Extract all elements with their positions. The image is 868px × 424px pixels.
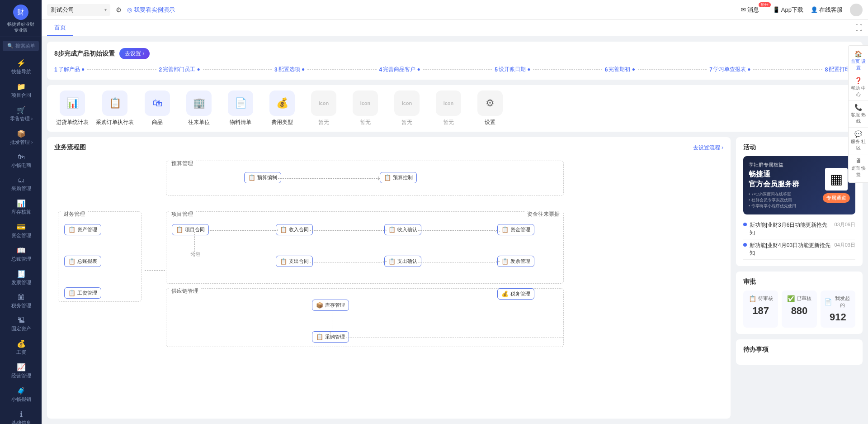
quick-icon-1[interactable]: 📋采购订单执行表 [96,91,134,126]
company-selector[interactable]: 测试公司 ▾ [47,4,110,16]
sidebar-item-14[interactable]: 🧳小畅报销 [7,383,35,406]
inc-cap-line [418,230,497,231]
right-panel: 活动 享社群专属权益 畅捷通官方会员服务群 • 7×15h深度问在线答疑• 社群… [736,137,863,419]
activity-btn[interactable]: 专属通道 [823,193,850,203]
activity-text-1: 新功能|业财4月03日功能更新抢先知 [750,242,832,257]
flowchart-link[interactable]: 去设置流程 › [693,144,723,152]
right-nav-item-2[interactable]: 📞客服 热线 [849,101,868,128]
setup-step-2[interactable]: 3配置选项 ● [274,66,305,73]
fc-node-invoice[interactable]: 📋 发票管理 [497,256,534,267]
fc-node-asset[interactable]: 📋 资产管理 [64,224,101,235]
sidebar-item-1[interactable]: 📁项目合同 [7,79,35,102]
fc-node-income-confirm[interactable]: 📋 收入确认 [384,224,421,235]
approval-stat-2[interactable]: 📄我发起的912 [821,291,855,328]
quick-icon-box-2: 🛍 [145,91,170,116]
quick-icon-box-7: Icon [353,91,378,116]
quick-icon-7[interactable]: Icon暂无 [347,91,383,126]
fc-node-tax[interactable]: 💰 税务管理 [497,288,534,300]
fc-node-project-contract[interactable]: 📋 项目合同 [172,224,209,235]
nav-icon-4: 🛍 [18,153,25,161]
setup-step-1[interactable]: 2完善部门员工 ● [159,66,200,73]
quick-icon-4[interactable]: 📄物料清单 [222,91,259,126]
quick-icon-9[interactable]: Icon暂无 [430,91,467,126]
sidebar-item-2[interactable]: 🛒零售管理 › [7,102,35,126]
quick-icon-10[interactable]: ⚙设置 [472,91,508,126]
approval-stat-icon-2: 📄 [824,298,832,305]
sidebar-item-6[interactable]: 📊库存核算 [7,195,35,219]
right-nav-item-0[interactable]: 🏠首页 设置 [849,48,868,74]
message-button[interactable]: ✉ 消息 99+ [741,6,765,14]
gear-icon[interactable]: ⚙ [114,4,123,16]
approval-stat-0[interactable]: 📋待审核187 [743,291,778,328]
fc-node-inventory[interactable]: 📦 库存管理 [312,300,349,311]
sidebar-item-13[interactable]: 📈经营管理 [7,359,35,383]
capital-icon: 📋 [501,226,509,233]
fc-node-capital[interactable]: 📋 资金管理 [497,224,534,235]
sidebar-search-container[interactable]: 🔍 搜索菜单 [0,37,42,55]
company-name: 测试公司 [51,6,103,14]
expand-icon[interactable]: ⛶ [855,24,863,32]
setup-step-6[interactable]: 7学习单查报表 ● [709,66,750,73]
quick-icon-label-1: 采购订单执行表 [96,119,134,126]
tabbar: 首页 ⛶ [42,20,868,36]
sidebar-item-15[interactable]: ℹ基础信息 [7,406,35,424]
nav-icon-5: 🗂 [18,176,25,184]
sidebar-item-11[interactable]: 🏗固定资产 [7,313,35,336]
approval-stat-1[interactable]: ✅已审核880 [782,291,816,328]
arr2: → [382,226,388,233]
approval-stats: 📋待审核187✅已审核880📄我发起的912 [743,291,855,328]
subcontract-label: 分包 [188,250,203,258]
app-download-button[interactable]: 📱 App下载 [773,6,803,14]
setup-step-3[interactable]: 4完善商品客户 ● [379,66,420,73]
online-service-button[interactable]: 👤 在线客服 [811,6,843,14]
sidebar-item-9[interactable]: 🧾发票管理 [7,266,35,290]
sidebar-item-4[interactable]: 🛍小畅电商 [7,149,35,172]
setup-step-5[interactable]: 6完善期初 ● [605,66,635,73]
fc-node-budget-control[interactable]: 📋 预算控制 [380,172,417,183]
quick-icon-2[interactable]: 🛍商品 [139,91,175,126]
quick-icon-6[interactable]: Icon暂无 [306,91,342,126]
sidebar-item-3[interactable]: 📦批发管理 › [7,126,35,149]
sidebar-item-8[interactable]: 📖总账管理 [7,243,35,266]
message-label: 消息 [747,6,759,14]
fc-group-project [166,211,564,284]
activity-item-1[interactable]: 新功能|业财4月03日功能更新抢先知04月03日 [743,239,855,260]
quick-icons-grid: 📊进货单统计表📋采购订单执行表🛍商品🏢往来单位📄物料清单💰费用类型Icon暂无I… [54,91,855,126]
fc-node-expense-contract[interactable]: 📋 支出合同 [276,256,313,267]
right-nav-item-4[interactable]: 🖥桌面 快捷 [849,154,868,181]
nav-icon-7: 💳 [17,223,26,231]
setup-step-0[interactable]: 1了解产品 ● [54,66,85,73]
activity-banner: 享社群专属权益 畅捷通官方会员服务群 • 7×15h深度问在线答疑• 社群会员专… [743,156,855,214]
finance-flow-line [145,270,165,271]
quick-icon-8[interactable]: Icon暂无 [389,91,425,126]
sidebar-item-7[interactable]: 💳资金管理 [7,219,35,243]
quick-icon-5[interactable]: 💰费用类型 [264,91,300,126]
sidebar-item-12[interactable]: 💰工资 [7,336,35,359]
setup-button[interactable]: 去设置 › [119,48,150,59]
activity-item-0[interactable]: 新功能|业财3月6日功能更新抢先知03月06日 [743,219,855,239]
fc-node-ledger[interactable]: 📋 总账报表 [64,256,101,267]
fc-node-salary[interactable]: 📋 工资管理 [64,287,101,299]
right-nav-item-3[interactable]: 💬服务 社区 [849,128,868,154]
quick-icon-3[interactable]: 🏢往来单位 [181,91,217,126]
nav-icon-3: 📦 [17,129,26,138]
main-container: 测试公司 ▾ ⚙ ◎ 我要看实例演示 ✉ 消息 99+ 📱 App下载 👤 在线… [42,0,868,424]
fc-node-income-contract[interactable]: 📋 收入合同 [276,224,313,235]
search-button[interactable]: 🔍 搜索菜单 [3,41,39,51]
sidebar-item-10[interactable]: 🏛税务管理 [7,290,35,313]
user-avatar[interactable] [850,4,863,16]
search-label: 搜索菜单 [15,43,35,49]
sidebar-item-5[interactable]: 🗂采购管理 [7,172,35,195]
flowchart-panel: 业务流程图 去设置流程 › 预算管理 财务管理 项目管理 供应链管理 资金 [47,137,731,419]
message-icon: ✉ [741,6,746,13]
demo-link[interactable]: ◎ 我要看实例演示 [127,6,175,14]
qr-code: ▦ [825,168,848,191]
setup-step-4[interactable]: 5设开账日期 ● [495,66,530,73]
quick-icon-0[interactable]: 📊进货单统计表 [54,91,90,126]
tab-home[interactable]: 首页 [47,20,73,36]
fc-node-expense-confirm[interactable]: 📋 支出确认 [384,256,421,267]
right-nav-item-1[interactable]: ❓帮助 中心 [849,74,868,101]
sidebar-nav: ⚡快捷导航📁项目合同🛒零售管理 ›📦批发管理 ›🛍小畅电商🗂采购管理📊库存核算💳… [7,55,35,424]
fc-node-budget-plan[interactable]: 📋 预算编制 [244,172,281,183]
sidebar-item-0[interactable]: ⚡快捷导航 [7,55,35,79]
